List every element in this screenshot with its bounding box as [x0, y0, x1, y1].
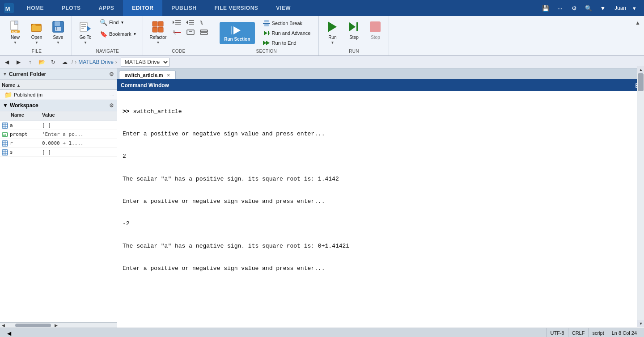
ribbon-group-navigate: Go To ▼ 🔍 Find ▼ 🔖 Bookmark ▼ [72, 16, 143, 55]
forward-button[interactable]: ▶ [13, 57, 23, 67]
vscroll-track[interactable] [637, 73, 644, 320]
run-to-end-button[interactable]: Run to End [260, 38, 314, 47]
ws-row-s[interactable]: s [ ] [0, 148, 117, 157]
ws-cell-a-value: [ ] [38, 122, 115, 128]
statusbar-line-ending[interactable]: CRLF [568, 328, 589, 337]
save-button-arrow[interactable]: ▼ [56, 41, 60, 45]
chevron-down-icon[interactable]: ▼ [597, 2, 609, 14]
search-icon[interactable]: 🔍 [582, 2, 595, 14]
path-dropdown[interactable]: MATLAB Drive [121, 58, 169, 67]
comment-button[interactable]: % [198, 18, 210, 27]
tab-home[interactable]: HOME [18, 0, 53, 16]
published-more-icon[interactable]: ··· [110, 93, 114, 97]
bookmark-button-arrow[interactable]: ▼ [133, 32, 137, 36]
stop-button[interactable]: Stop [365, 18, 385, 42]
ws-row-r[interactable]: r 0.0000 + 1.... [0, 139, 117, 148]
dots-icon[interactable]: ··· [554, 2, 566, 14]
user-arrow-icon[interactable]: ▾ [628, 2, 640, 14]
goto-button[interactable]: Go To ▼ [76, 18, 95, 46]
vscroll-up-icon[interactable]: ▲ [637, 68, 644, 73]
hscroll-left-arrow[interactable]: ◀ [0, 322, 6, 329]
refactor-button[interactable]: Refactor ▼ [147, 18, 169, 46]
workspace-header[interactable]: ▼ Workspace ⚙ [0, 100, 117, 111]
name-col-header[interactable]: Name ▲ [2, 82, 115, 88]
save-icon[interactable]: 💾 [539, 2, 552, 14]
ribbon-collapse-button[interactable]: ▲ [633, 16, 642, 55]
vscroll-down-icon[interactable]: ▼ [637, 320, 644, 327]
refresh-button[interactable]: ↻ [48, 57, 58, 67]
new-button-arrow[interactable]: ▼ [13, 41, 17, 45]
svg-marker-24 [173, 21, 174, 24]
open-icon [30, 20, 44, 34]
hscroll-thumb[interactable] [15, 324, 51, 327]
save-button[interactable]: Save ▼ [48, 18, 68, 46]
editor-tab-switch-article[interactable]: switch_article.m × [119, 71, 176, 79]
refactor-button-arrow[interactable]: ▼ [156, 41, 160, 45]
uncomment-button[interactable]: % [171, 28, 183, 37]
vscroll-thumb[interactable] [638, 73, 644, 91]
svg-rect-35 [200, 33, 208, 34]
goto-button-arrow[interactable]: ▼ [84, 41, 87, 45]
open-button[interactable]: Open ▼ [27, 18, 47, 46]
toolbar-area: ◀ ▶ ↑ 📂 ↻ ☁ / › MATLAB Drive › MATLAB Dr… [0, 56, 644, 68]
section-break-button[interactable]: Section Break [260, 19, 314, 28]
tab-file-versions[interactable]: FILE VERSIONS [206, 0, 267, 16]
published-folder-item[interactable]: 📁 Published (m ··· [0, 90, 117, 100]
new-button-label: New [11, 35, 20, 40]
left-panel-hscroll[interactable]: ◀ ▶ [0, 322, 117, 328]
tab-view[interactable]: VIEW [267, 0, 300, 16]
current-folder-gear-icon[interactable]: ⚙ [109, 71, 114, 77]
folder-icon: 📁 [4, 91, 12, 98]
ws-value-col-header[interactable]: Value [38, 112, 115, 120]
workspace-gear-icon[interactable]: ⚙ [109, 102, 114, 109]
refactor-button-label: Refactor [149, 35, 166, 40]
ws-name-col-header[interactable]: Name [2, 112, 38, 120]
ribbon: NEW New ▼ Open ▼ Save ▼ [0, 16, 644, 56]
gear-icon[interactable]: ⚙ [568, 2, 580, 14]
step-button[interactable]: Step [344, 18, 364, 42]
run-button-arrow[interactable]: ▼ [330, 41, 334, 45]
left-panel: ▼ Current Folder ⚙ Name ▲ 📁 Published (m… [0, 68, 117, 328]
ws-icon-string: ab [2, 131, 8, 138]
svg-rect-49 [370, 21, 381, 32]
hscroll-right-arrow[interactable]: ▶ [53, 322, 59, 329]
run-button[interactable]: Run ▼ [322, 18, 342, 46]
current-folder-collapse-icon[interactable]: ▼ [3, 72, 7, 76]
cmd-vscroll[interactable]: ▲ ▼ [637, 68, 644, 327]
open-button-arrow[interactable]: ▼ [35, 41, 38, 45]
command-window-content[interactable]: >> switch_article Enter a positive or ne… [117, 91, 644, 328]
indent-decrease-button[interactable] [184, 18, 197, 27]
wrap-button[interactable] [184, 28, 197, 37]
run-section-button[interactable]: Run Section [220, 22, 254, 44]
new-button[interactable]: NEW New ▼ [5, 18, 25, 46]
find-button-arrow[interactable]: ▼ [120, 21, 124, 25]
ws-row-prompt[interactable]: ab prompt 'Enter a po... [0, 130, 117, 139]
bookmark-button[interactable]: 🔖 Bookmark ▼ [97, 29, 139, 38]
user-label[interactable]: Juan [614, 5, 626, 11]
svg-marker-28 [186, 21, 188, 24]
tab-editor[interactable]: EDITOR [123, 0, 162, 16]
ws-row-a[interactable]: a [ ] [0, 121, 117, 130]
run-advance-button[interactable]: Run and Advance [260, 29, 314, 38]
back-button[interactable]: ◀ [2, 57, 12, 67]
split-button[interactable] [198, 28, 210, 37]
ws-cell-r-value: 0.0000 + 1.... [38, 140, 115, 146]
workspace-collapse-icon[interactable]: ▼ [3, 102, 8, 109]
statusbar-left-arrow-icon[interactable]: ◀ [7, 330, 13, 336]
path-separator-2: › [115, 59, 117, 65]
statusbar-type[interactable]: script [588, 328, 607, 337]
tab-apps[interactable]: APPS [90, 0, 123, 16]
ws-cell-prompt-value: 'Enter a po... [38, 131, 115, 137]
tab-publish[interactable]: PUBLISH [162, 0, 205, 16]
svg-text:ab: ab [3, 133, 7, 136]
statusbar-encoding[interactable]: UTF-8 [547, 328, 568, 337]
find-button[interactable]: 🔍 Find ▼ [97, 18, 139, 27]
parent-dir-button[interactable]: ↑ [25, 57, 35, 67]
find-icon: 🔍 [100, 19, 107, 26]
tab-plots[interactable]: PLOTS [53, 0, 90, 16]
browse-button[interactable]: 📂 [37, 57, 47, 67]
path-matlab-drive[interactable]: MATLAB Drive [78, 59, 113, 65]
indent-increase-button[interactable] [171, 18, 183, 27]
svg-rect-48 [356, 22, 358, 31]
editor-tab-close-icon[interactable]: × [167, 73, 170, 78]
